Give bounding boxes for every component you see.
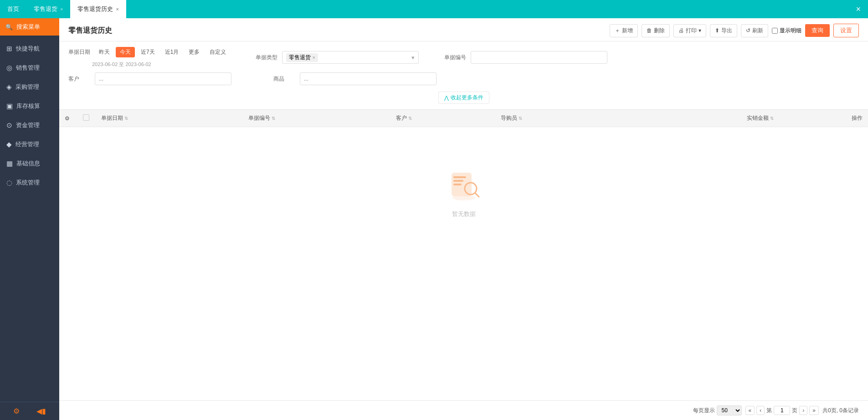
tab-retail-return-close[interactable]: × <box>60 6 63 12</box>
inventory-icon: ▣ <box>6 102 13 110</box>
date-btn-last7days[interactable]: 近7天 <box>137 47 159 57</box>
customer-input-wrap <box>95 72 231 85</box>
svg-rect-2 <box>453 176 466 178</box>
new-button[interactable]: ＋ 新增 <box>610 24 638 37</box>
operations-icon: ◆ <box>6 140 12 149</box>
tab-home[interactable]: 首页 <box>0 0 26 18</box>
date-btn-custom[interactable]: 自定义 <box>205 47 230 57</box>
tab-retail-return-history-close[interactable]: × <box>116 6 118 12</box>
page-size-select[interactable]: 10 20 50 100 <box>717 405 742 415</box>
th-checkbox <box>77 110 96 127</box>
refresh-button[interactable]: ↺ 刷新 <box>741 24 768 37</box>
date-filter-top: 单据日期 昨天 今天 近7天 近1月 更多 自定义 <box>68 47 230 57</box>
goods-label: 商品 <box>273 75 296 83</box>
total-records: 共0页, 0条记录 <box>822 407 859 415</box>
customer-input[interactable] <box>99 76 227 82</box>
main-content: 零售退货历史 ＋ 新增 🗑 删除 🖨 打印 ▾ ⬆ 导出 <box>59 18 868 420</box>
show-detail-label: 显示明细 <box>780 27 801 35</box>
table-head: ⚙ 单据日期 ⇅ 单据编号 <box>59 110 868 127</box>
sidebar-settings-button[interactable]: ⚙ <box>13 407 20 415</box>
export-button[interactable]: ⬆ 导出 <box>710 24 737 37</box>
tab-retail-return[interactable]: 零售退货 × <box>26 0 70 18</box>
collapse-button[interactable]: ⋀ 收起更多条件 <box>438 92 489 104</box>
th-customer-label: 客户 <box>396 114 407 122</box>
date-sort-icon[interactable]: ⇅ <box>124 116 128 121</box>
date-filter-group: 单据日期 昨天 今天 近7天 近1月 更多 自定义 2023-06-02 至 2… <box>68 47 230 68</box>
query-button[interactable]: 查询 <box>805 24 830 37</box>
top-bar: 首页 零售退货 × 零售退货历史 × × <box>0 0 868 18</box>
table-body: 暂无数据 <box>59 127 868 255</box>
window-close-button[interactable]: × <box>848 5 868 14</box>
refresh-icon: ↺ <box>746 27 750 34</box>
purchase-mgmt-icon: ◈ <box>6 83 12 91</box>
sidebar-item-quick-nav[interactable]: ⊞ 快捷导航 <box>0 39 59 58</box>
sidebar-item-sales-mgmt-label: 销售管理 <box>16 64 40 72</box>
tab-retail-return-history[interactable]: 零售退货历史 × <box>70 0 126 18</box>
show-detail-checkbox[interactable] <box>772 28 778 34</box>
delete-button[interactable]: 🗑 删除 <box>642 24 670 37</box>
date-filter-label: 单据日期 <box>68 48 91 56</box>
empty-cell: 暂无数据 <box>59 127 868 255</box>
th-operations: 操作 <box>783 110 868 127</box>
page-prev-button[interactable]: ‹ <box>756 406 765 415</box>
page-label: 第 <box>766 407 772 415</box>
sidebar-search[interactable]: 🔍 搜索菜单 <box>0 18 59 36</box>
tab-home-label: 首页 <box>7 5 19 13</box>
sidebar-item-inventory[interactable]: ▣ 库存核算 <box>0 97 59 116</box>
voucher-no-input[interactable] <box>475 54 603 61</box>
th-date: 单据日期 ⇅ <box>96 110 243 127</box>
voucher-type-tag-text: 零售退货 <box>289 54 311 61</box>
date-btn-more[interactable]: 更多 <box>185 47 204 57</box>
th-actual-amount-label: 实销金额 <box>747 114 769 122</box>
print-button[interactable]: 🖨 打印 ▾ <box>673 24 706 37</box>
empty-row: 暂无数据 <box>59 127 868 255</box>
sidebar-item-purchase-mgmt-label: 采购管理 <box>15 83 39 91</box>
settings-col-icon[interactable]: ⚙ <box>65 115 70 122</box>
quick-nav-icon: ⊞ <box>6 45 12 53</box>
sidebar-item-operations-label: 经营管理 <box>15 140 39 149</box>
app-body: 🔍 搜索菜单 ⊞ 快捷导航 ◎ 销售管理 ◈ 采购管理 ▣ 库存核算 ⊙ 资金管 <box>0 18 868 420</box>
basic-info-icon: ▦ <box>6 159 13 168</box>
settings-button[interactable]: 设置 <box>833 24 859 37</box>
data-table: ⚙ 单据日期 ⇅ 单据编号 <box>59 110 868 255</box>
show-detail-checkbox-wrap[interactable]: 显示明细 <box>772 27 801 35</box>
voucher-type-tag-remove[interactable]: × <box>312 55 315 60</box>
sidebar-item-system-mgmt[interactable]: ◌ 系统管理 <box>0 173 59 192</box>
date-btn-last1month[interactable]: 近1月 <box>161 47 183 57</box>
export-icon: ⬆ <box>715 27 719 34</box>
page-next-button[interactable]: › <box>799 406 807 415</box>
page-last-button[interactable]: » <box>809 406 819 415</box>
guide-sort-icon[interactable]: ⇅ <box>519 116 522 121</box>
goods-input[interactable] <box>304 76 432 82</box>
sidebar-item-operations[interactable]: ◆ 经营管理 <box>0 135 59 154</box>
sidebar-item-system-mgmt-label: 系统管理 <box>16 179 40 187</box>
customer-sort-icon[interactable]: ⇅ <box>408 116 412 121</box>
export-button-label: 导出 <box>721 27 732 35</box>
sidebar-item-sales-mgmt[interactable]: ◎ 销售管理 <box>0 58 59 77</box>
th-customer: 客户 ⇅ <box>390 110 495 127</box>
filter-row-2: 客户 商品 <box>68 72 859 85</box>
th-voucher-no-label: 单据编号 <box>248 114 270 122</box>
voucher-no-sort-icon[interactable]: ⇅ <box>272 116 275 121</box>
print-dropdown-icon: ▾ <box>699 27 701 34</box>
sidebar-audio-button[interactable]: ◀▮ <box>36 407 46 415</box>
date-btn-yesterday[interactable]: 昨天 <box>95 47 114 57</box>
filter-row-1: 单据日期 昨天 今天 近7天 近1月 更多 自定义 2023-06-02 至 2… <box>68 47 859 68</box>
date-btn-today[interactable]: 今天 <box>116 47 135 57</box>
print-button-label: 打印 <box>686 27 697 35</box>
sidebar-item-purchase-mgmt[interactable]: ◈ 采购管理 <box>0 77 59 97</box>
finance-icon: ⊙ <box>6 121 12 129</box>
page-first-button[interactable]: « <box>745 406 755 415</box>
voucher-no-filter: 单据编号 <box>444 51 607 64</box>
page-number-input[interactable] <box>774 406 790 415</box>
sidebar-item-basic-info[interactable]: ▦ 基础信息 <box>0 154 59 173</box>
select-all-checkbox[interactable] <box>83 114 89 121</box>
plus-icon: ＋ <box>615 27 620 35</box>
sidebar-item-finance[interactable]: ⊙ 资金管理 <box>0 116 59 135</box>
sales-mgmt-icon: ◎ <box>6 64 12 72</box>
collapse-up-icon: ⋀ <box>444 95 449 101</box>
actual-amount-sort-icon[interactable]: ⇅ <box>770 116 774 121</box>
voucher-type-input-wrap[interactable]: 零售退货 × ▾ <box>282 51 419 64</box>
table-area: ⚙ 单据日期 ⇅ 单据编号 <box>59 110 868 400</box>
system-mgmt-icon: ◌ <box>6 179 12 187</box>
